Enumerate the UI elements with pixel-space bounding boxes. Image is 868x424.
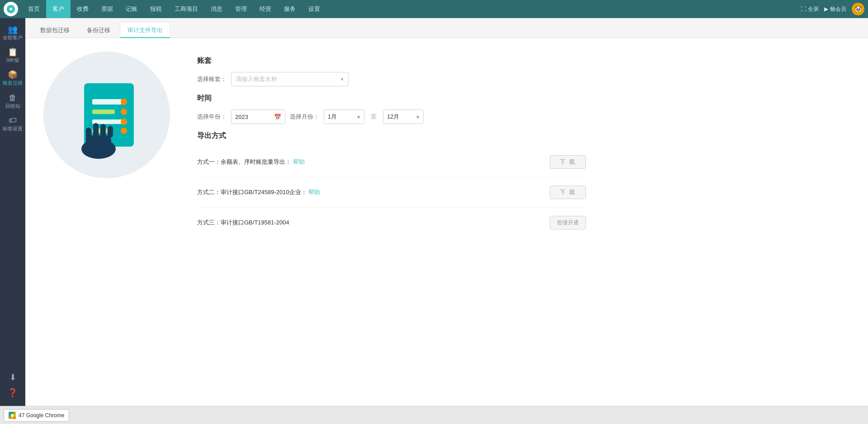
sidebar-label-migrate: 账套迁移	[3, 80, 23, 86]
nav-billing[interactable]: 收费	[71, 0, 95, 18]
member-label: 畅会员	[830, 5, 846, 13]
top-nav: 首页 客户 收费 票据 记账 报税 工商项目 消息 管理 经营 服务 设置 ⛶ …	[0, 0, 868, 18]
nav-home[interactable]: 首页	[22, 0, 46, 18]
sidebar-item-all-clients[interactable]: 👥 全部客户	[0, 22, 25, 44]
sidebar-item-migrate[interactable]: 📦 账套迁移	[0, 67, 25, 90]
content-area: 数据包迁移 备份迁移 审计文件导出	[25, 18, 868, 406]
chrome-icon	[9, 412, 16, 419]
method-3-label: 方式三：审计接口GB/T19581-2004	[197, 219, 289, 226]
form-area: 账套 选择账套： 请输入账套名称 ▾ 时间 选择年	[197, 52, 586, 238]
svg-point-9	[121, 128, 127, 134]
fullscreen-icon: ⛶	[801, 6, 806, 12]
time-row: 选择年份： 2023 📅 选择月份： 1月 ▾ 至	[197, 110, 586, 124]
month-start-value: 1月	[328, 113, 337, 121]
nav-invoice[interactable]: 票据	[95, 0, 119, 18]
tag-icon: 🏷	[9, 116, 17, 124]
page-content: 账套 选择账套： 请输入账套名称 ▾ 时间 选择年	[25, 38, 868, 406]
sidebar-item-trash[interactable]: 🗑 回收站	[0, 90, 25, 113]
sidebar-item-download[interactable]: ⬇	[0, 370, 25, 385]
time-section: 时间 选择年份： 2023 📅 选择月份： 1月 ▾	[197, 94, 586, 124]
tab-backup-migrate[interactable]: 备份迁移	[79, 22, 118, 38]
svg-point-16	[11, 414, 14, 417]
account-label: 选择账套：	[197, 75, 226, 83]
method-1-download-btn[interactable]: 下 载	[550, 155, 586, 169]
chevron-down-icon: ▾	[341, 76, 344, 82]
nav-tax[interactable]: 报税	[144, 0, 168, 18]
month-label: 选择月份：	[290, 113, 319, 121]
nav-manage[interactable]: 管理	[229, 0, 253, 18]
account-section: 账套 选择账套： 请输入账套名称 ▾	[197, 56, 586, 86]
month-end-value: 12月	[387, 113, 399, 121]
svg-rect-2	[92, 99, 122, 105]
method-2-label: 方式二：审计接口GB/T24589-2010企业：	[197, 189, 307, 195]
method-row-2: 方式二：审计接口GB/T24589-2010企业： 帮助 下 载	[197, 177, 586, 208]
nav-service[interactable]: 服务	[278, 0, 302, 18]
sidebar-bottom: ⬇ ❓	[0, 370, 25, 406]
fullscreen-label: 全屏	[808, 5, 819, 13]
sidebar: 👥 全部客户 📋 0申报 📦 账套迁移 🗑 回收站 🏷 标签设置 ⬇ ❓	[0, 18, 25, 406]
account-row: 选择账套： 请输入账套名称 ▾	[197, 72, 586, 86]
nav-client[interactable]: 客户	[46, 0, 71, 18]
sidebar-item-help[interactable]: ❓	[0, 385, 25, 400]
account-select[interactable]: 请输入账套名称 ▾	[231, 72, 349, 86]
nav-message[interactable]: 消息	[204, 0, 229, 18]
method-3-text: 方式三：审计接口GB/T19581-2004	[197, 219, 289, 227]
clients-icon: 👥	[8, 25, 18, 33]
migrate-icon: 📦	[8, 71, 18, 79]
svg-rect-13	[93, 123, 99, 138]
taskbar-chrome-label: 47 Google Chrome	[19, 412, 64, 419]
sidebar-label-declare: 0申报	[6, 57, 19, 63]
declare-icon: 📋	[8, 48, 18, 56]
fullscreen-btn[interactable]: ⛶ 全屏	[801, 5, 819, 13]
illustration-circle	[43, 52, 170, 178]
svg-rect-12	[86, 128, 91, 140]
year-label: 选择年份：	[197, 113, 226, 121]
month-start-arrow-icon: ▾	[357, 114, 360, 120]
method-1-label: 方式一：余额表、序时账批量导出：	[197, 158, 291, 165]
export-section: 账套 选择账套： 请输入账套名称 ▾ 时间 选择年	[43, 52, 586, 238]
svg-rect-14	[100, 124, 106, 138]
tab-data-migrate[interactable]: 数据包迁移	[33, 22, 77, 38]
svg-point-7	[121, 109, 127, 115]
svg-point-8	[121, 119, 127, 125]
member-btn[interactable]: ▶ 畅会员	[824, 5, 846, 13]
svg-rect-3	[92, 110, 115, 114]
method-3-open-btn[interactable]: 暂缓开通	[550, 216, 586, 229]
help-icon: ❓	[8, 389, 18, 397]
nav-business[interactable]: 工商项目	[168, 0, 204, 18]
download-icon: ⬇	[9, 373, 16, 381]
method-row-3: 方式三：审计接口GB/T19581-2004 暂缓开通	[197, 208, 586, 238]
sidebar-item-zero-declare[interactable]: 📋 0申报	[0, 44, 25, 67]
nav-accounting[interactable]: 记账	[119, 0, 144, 18]
play-icon: ▶	[824, 6, 828, 12]
time-separator: 至	[371, 113, 377, 121]
tab-audit-export[interactable]: 审计文件导出	[120, 22, 170, 38]
sidebar-label-clients: 全部客户	[3, 35, 23, 41]
method-2-help-link[interactable]: 帮助	[308, 189, 320, 195]
account-placeholder: 请输入账套名称	[236, 75, 277, 83]
method-2-download-btn[interactable]: 下 载	[550, 186, 586, 199]
app-logo[interactable]	[4, 2, 18, 16]
illustration-area	[43, 52, 170, 178]
sidebar-label-tag: 标签设置	[3, 126, 23, 132]
month-end-arrow-icon: ▾	[416, 114, 420, 120]
export-method-section: 导出方式 方式一：余额表、序时账批量导出： 帮助 下 载	[197, 131, 586, 238]
svg-rect-4	[92, 119, 124, 124]
time-title: 时间	[197, 94, 586, 103]
month-start-dropdown[interactable]: 1月 ▾	[324, 110, 364, 124]
taskbar: 47 Google Chrome	[0, 406, 868, 424]
nav-settings[interactable]: 设置	[302, 0, 326, 18]
taskbar-chrome[interactable]: 47 Google Chrome	[4, 409, 69, 422]
calendar-icon: 📅	[274, 114, 281, 120]
sidebar-item-tag-settings[interactable]: 🏷 标签设置	[0, 113, 25, 135]
main-layout: 👥 全部客户 📋 0申报 📦 账套迁移 🗑 回收站 🏷 标签设置 ⬇ ❓	[0, 18, 868, 406]
month-end-dropdown[interactable]: 12月 ▾	[383, 110, 424, 124]
nav-items: 首页 客户 收费 票据 记账 报税 工商项目 消息 管理 经营 服务 设置	[22, 0, 801, 18]
nav-operation[interactable]: 经营	[253, 0, 278, 18]
method-1-help-link[interactable]: 帮助	[293, 158, 305, 165]
year-value: 2023	[235, 114, 248, 120]
nav-right: ⛶ 全屏 ▶ 畅会员 🐼	[801, 3, 864, 15]
sidebar-label-trash: 回收站	[5, 103, 20, 109]
year-input[interactable]: 2023 📅	[231, 110, 285, 124]
user-avatar[interactable]: 🐼	[852, 3, 864, 15]
